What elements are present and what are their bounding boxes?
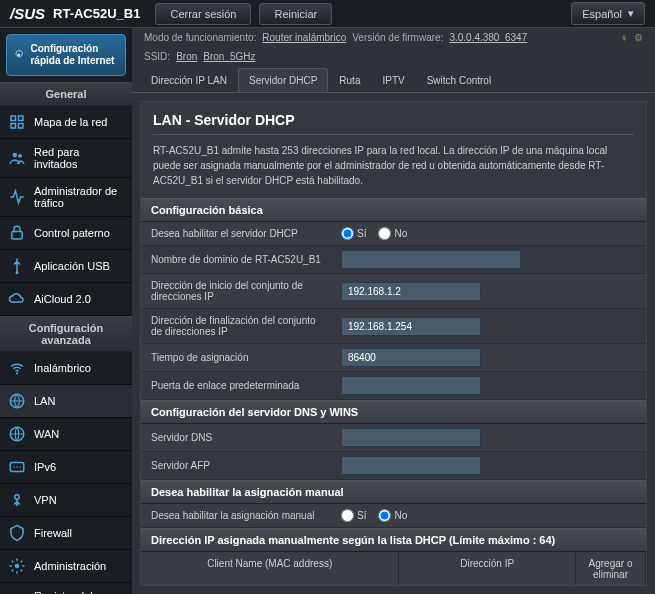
language-label: Español [582,8,622,20]
radio-manual-no[interactable]: No [378,509,407,522]
input-pool-start[interactable] [341,282,481,301]
wifi-icon [8,359,26,377]
nav-network[interactable]: Mapa de la red [0,106,132,139]
usb-icon [8,257,26,275]
settings-icon[interactable]: ⚙ [634,32,643,43]
input-dns[interactable] [341,428,481,447]
reboot-button[interactable]: Reiniciar [259,3,332,25]
network-icon [8,113,26,131]
lan-icon [8,392,26,410]
wan-icon [8,425,26,443]
label-enable-manual: Desea habilitar la asignación manual [141,504,331,527]
nav-label: AiCloud 2.0 [34,293,91,305]
nav-vpn[interactable]: VPN [0,484,132,517]
svg-point-12 [15,495,20,500]
input-afp[interactable] [341,456,481,475]
nav-admin[interactable]: Administración [0,550,132,583]
nav-label: Aplicación USB [34,260,110,272]
tab-0[interactable]: Dirección IP LAN [140,68,238,92]
nav-label: WAN [34,428,59,440]
col-client: Client Name (MAC address) [141,552,399,586]
nav-guest[interactable]: Red para invitados [0,139,132,178]
col-ip: Dirección IP [399,552,576,586]
traffic-icon [8,188,26,206]
guest-icon [8,149,26,167]
status-icon[interactable]: ♀ [621,32,629,43]
nav-label: Inalámbrico [34,362,91,374]
label-gateway: Puerta de enlace predeterminada [141,374,331,397]
svg-point-5 [16,372,18,374]
radio-dhcp-yes[interactable]: Sí [341,227,366,240]
nav-traffic[interactable]: Administrador de tráfico [0,178,132,217]
nav-label: Firewall [34,527,72,539]
ssid-24[interactable]: Bron [176,51,197,62]
firewall-icon [8,524,26,542]
tab-2[interactable]: Ruta [328,68,371,92]
mode-label: Modo de funcionamiento: [144,32,256,43]
language-select[interactable]: Español ▾ [571,2,645,25]
label-pool-end: Dirección de finalización del conjunto d… [141,309,331,343]
quick-setup-button[interactable]: Configuración rápida de Internet [6,34,126,76]
vpn-icon [8,491,26,509]
ssid-5[interactable]: Bron_5GHz [203,51,255,62]
radio-dhcp-no[interactable]: No [378,227,407,240]
nav-label: Red para invitados [34,146,124,170]
chevron-down-icon: ▾ [628,7,634,20]
input-lease[interactable] [341,348,481,367]
label-enable-dhcp: Desea habilitar el servidor DHCP [141,222,331,245]
nav-label: Control paterno [34,227,110,239]
cloud-icon [8,290,26,308]
svg-point-9 [13,466,15,468]
model-name: RT-AC52U_B1 [53,6,140,21]
label-pool-start: Dirección de inicio del conjunto de dire… [141,274,331,308]
radio-manual-yes[interactable]: Sí [341,509,366,522]
tab-3[interactable]: IPTV [371,68,415,92]
nav-label: LAN [34,395,55,407]
fw-link[interactable]: 3.0.0.4.380_6347 [449,32,527,43]
svg-point-13 [15,564,20,569]
nav-ipv6[interactable]: IPv6 [0,451,132,484]
section-dns: Configuración del servidor DNS y WINS [141,400,646,424]
nav-label: IPv6 [34,461,56,473]
input-domain[interactable] [341,250,521,269]
nav-firewall[interactable]: Firewall [0,517,132,550]
svg-point-10 [16,466,18,468]
gear-icon [13,45,24,65]
nav-label: Mapa de la red [34,116,107,128]
nav-usb[interactable]: Aplicación USB [0,250,132,283]
section-list: Dirección IP asignada manualmente según … [141,528,646,552]
nav-lan[interactable]: LAN [0,385,132,418]
section-manual: Desea habilitar la asignación manual [141,480,646,504]
quick-setup-label: Configuración rápida de Internet [30,43,119,67]
input-gateway[interactable] [341,376,481,395]
nav-label: VPN [34,494,57,506]
svg-rect-3 [12,232,23,240]
section-general: General [0,82,132,106]
section-basic: Configuración básica [141,198,646,222]
col-action: Agregar o eliminar [576,552,646,586]
parental-icon [8,224,26,242]
nav-label: Administración [34,560,106,572]
label-afp: Servidor AFP [141,454,331,477]
label-lease: Tiempo de asignación [141,346,331,369]
admin-icon [8,557,26,575]
nav-parental[interactable]: Control paterno [0,217,132,250]
svg-point-1 [13,153,18,158]
nav-label: Administrador de tráfico [34,185,124,209]
svg-point-11 [19,466,21,468]
nav-wifi[interactable]: Inalámbrico [0,352,132,385]
section-advanced: Configuración avanzada [0,316,132,352]
tab-1[interactable]: Servidor DHCP [238,68,328,92]
nav-cloud[interactable]: AiCloud 2.0 [0,283,132,316]
nav-wan[interactable]: WAN [0,418,132,451]
label-dns: Servidor DNS [141,426,331,449]
logout-button[interactable]: Cerrar sesión [155,3,251,25]
fw-label: Versión de firmware: [352,32,443,43]
ssid-label: SSID: [144,51,170,62]
nav-syslog[interactable]: Registro del sistema [0,583,132,594]
input-pool-end[interactable] [341,317,481,336]
svg-point-4 [16,271,19,274]
tab-4[interactable]: Switch Control [416,68,502,92]
mode-link[interactable]: Router inalámbrico [262,32,346,43]
svg-point-2 [18,154,22,158]
